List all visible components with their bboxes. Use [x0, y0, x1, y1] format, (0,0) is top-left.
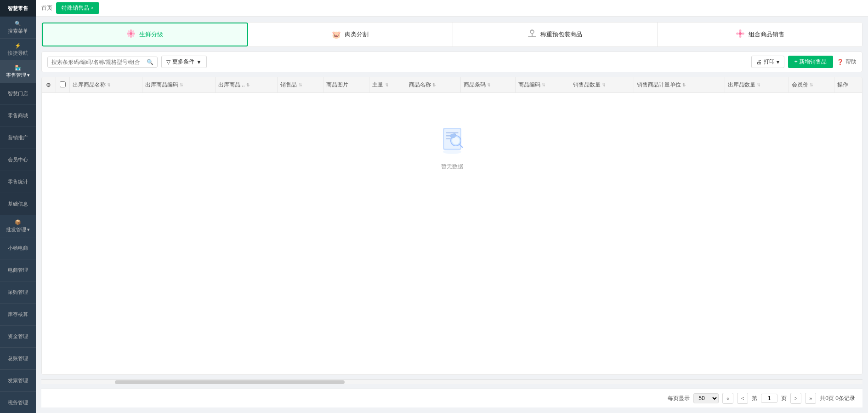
toolbar: 🔍 ▽ 更多条件 ▼ 🖨 打印 ▾ + 新增销售品 ❓ — [41, 52, 862, 72]
total-info: 共0页 0条记录 — [820, 395, 855, 402]
prev-page-button[interactable]: < — [737, 393, 748, 404]
quick-nav-icon: ⚡ — [15, 42, 21, 49]
svg-point-28 — [454, 134, 455, 135]
sidebar-item-label: 资金管理 — [8, 333, 28, 340]
help-icon: ❓ — [837, 59, 844, 65]
filter-label: 更多条件 — [172, 58, 194, 66]
last-page-button[interactable]: » — [805, 393, 816, 404]
select-all-checkbox[interactable] — [60, 81, 66, 87]
sidebar-item-ecom-mgmt[interactable]: 电商管理 — [0, 259, 36, 281]
th-weight[interactable]: 主量 ⇅ — [369, 77, 406, 93]
filter-arrow-icon: ▼ — [196, 59, 202, 65]
retail-submenu: 智慧门店 零售商城 营销推广 会员中心 零售统计 基础信息 — [0, 83, 36, 215]
sidebar-item-label: 电商管理 — [8, 267, 28, 274]
th-product-code[interactable]: 商品编码 ⇅ — [515, 77, 570, 93]
sidebar-item-finance[interactable]: 资金管理 — [0, 326, 36, 348]
search-menu-icon: 🔍 — [15, 20, 21, 27]
sort-icon: ⇅ — [810, 83, 813, 87]
empty-state-row: 暂无数据 — [42, 93, 862, 199]
new-label: + 新增销售品 — [794, 58, 827, 66]
empty-state-text: 暂无数据 — [441, 163, 463, 171]
topbar-tab-close[interactable]: × — [91, 6, 94, 11]
th-out-product-code[interactable]: 出库商品编码 ⇅ — [142, 77, 216, 93]
sidebar-item-retail-mgmt[interactable]: 🏪 零售管理 ▾ — [0, 61, 36, 83]
sort-icon: ⇅ — [180, 83, 183, 87]
subtab-combo-sales[interactable]: 组合商品销售 — [658, 23, 862, 46]
filter-button[interactable]: ▽ 更多条件 ▼ — [161, 56, 207, 68]
wholesale-mgmt-icon: 📦 — [15, 219, 21, 226]
topbar-active-tab[interactable]: 特殊销售品 × — [56, 2, 99, 14]
search-box[interactable]: 🔍 — [47, 57, 158, 68]
sort-icon: ⇅ — [385, 83, 389, 87]
th-out-qty[interactable]: 出库品数量 ⇅ — [725, 77, 789, 93]
sidebar-item-quick-nav[interactable]: ⚡ 快捷导航 — [0, 39, 36, 61]
sort-icon: ⇅ — [757, 83, 760, 87]
topbar: 首页 特殊销售品 × — [36, 0, 868, 17]
th-sales-qty[interactable]: 销售品数量 ⇅ — [570, 77, 634, 93]
svg-point-1 — [130, 29, 132, 32]
page-number-input[interactable] — [761, 394, 777, 403]
per-page-select[interactable]: 50 10 20 100 — [693, 393, 719, 403]
subtab-meat-cut[interactable]: 🐷 肉类分割 — [248, 23, 453, 46]
sidebar-item-tax-mgmt[interactable]: 税务管理 — [0, 392, 36, 413]
print-label: 打印 — [764, 58, 775, 66]
th-out-product-name[interactable]: 出库商品名称 ⇅ — [69, 77, 142, 93]
first-page-button[interactable]: « — [722, 393, 733, 404]
subtab-bar: 生鲜分级 🐷 肉类分割 称重预包装商品 — [41, 22, 862, 47]
sidebar-item-purchase-mgmt[interactable]: 采购管理 — [0, 281, 36, 304]
th-out-product-x[interactable]: 出库商品... ⇅ — [215, 77, 278, 93]
new-button[interactable]: + 新增销售品 — [788, 56, 833, 68]
svg-point-17 — [443, 149, 461, 154]
svg-rect-20 — [446, 132, 458, 133]
topbar-tab-label: 特殊销售品 — [62, 4, 89, 12]
sidebar-item-invoice-mgmt[interactable]: 发票管理 — [0, 370, 36, 392]
sort-icon: ⇅ — [107, 83, 111, 87]
pagination: 每页显示 50 10 20 100 « < 第 页 > » 共0页 0条记录 — [41, 389, 862, 407]
th-sales-item[interactable]: 销售品 ⇅ — [278, 77, 323, 93]
sidebar-item-sales-promo[interactable]: 营销推广 — [0, 127, 36, 149]
sidebar-item-label: 搜索菜单 — [8, 28, 28, 34]
th-gear[interactable]: ⚙ — [42, 77, 56, 93]
sidebar-item-retail-stats[interactable]: 零售统计 — [0, 171, 36, 193]
sidebar-item-wholesale-mgmt[interactable]: 📦 批发管理 ▾ — [0, 215, 36, 237]
th-product-name[interactable]: 商品名称 ⇅ — [406, 77, 460, 93]
sidebar-item-inventory[interactable]: 库存核算 — [0, 304, 36, 326]
sidebar-item-label: 营销推广 — [8, 134, 28, 141]
scrollbar-thumb[interactable] — [115, 380, 345, 384]
sidebar-item-label: 零售统计 — [8, 178, 28, 185]
sidebar-item-member-center[interactable]: 会员中心 — [0, 149, 36, 171]
subtab-fresh-grade[interactable]: 生鲜分级 — [42, 23, 248, 46]
sidebar-item-basic-info[interactable]: 基础信息 — [0, 193, 36, 215]
svg-rect-10 — [532, 34, 533, 36]
sort-icon: ⇅ — [542, 83, 545, 87]
th-sales-unit[interactable]: 销售商品计量单位 ⇅ — [634, 77, 725, 93]
table-body: 暂无数据 — [42, 93, 862, 199]
sidebar-item-retail-mall[interactable]: 零售商城 — [0, 105, 36, 127]
sort-icon: ⇅ — [682, 83, 686, 87]
sidebar-item-label: 基础信息 — [8, 201, 28, 207]
subtab-weigh-pack[interactable]: 称重预包装商品 — [453, 23, 658, 46]
th-barcode[interactable]: 商品条码 ⇅ — [460, 77, 515, 93]
print-arrow-icon: ▾ — [777, 59, 779, 65]
empty-state: 暂无数据 — [42, 93, 862, 198]
th-product-image[interactable]: 商品图片 — [323, 77, 369, 93]
empty-state-icon — [434, 120, 471, 157]
sidebar-item-smart-store[interactable]: 智慧门店 — [0, 83, 36, 105]
horizontal-scrollbar[interactable] — [41, 379, 862, 384]
print-button[interactable]: 🖨 打印 ▾ — [751, 56, 784, 68]
sidebar-item-search-menu[interactable]: 🔍 搜索菜单 — [0, 17, 36, 39]
weigh-pack-icon — [528, 29, 537, 40]
meat-cut-icon: 🐷 — [332, 30, 341, 39]
svg-point-16 — [742, 33, 744, 35]
print-icon: 🖨 — [756, 59, 762, 65]
sidebar-item-ledger[interactable]: 总账管理 — [0, 348, 36, 370]
next-page-button[interactable]: > — [790, 393, 801, 404]
th-checkbox[interactable] — [56, 77, 69, 93]
search-input[interactable] — [51, 59, 145, 65]
svg-point-14 — [739, 35, 741, 38]
topbar-home[interactable]: 首页 — [41, 4, 52, 12]
th-member-price[interactable]: 会员价 ⇅ — [789, 77, 834, 93]
sidebar-item-mini-ecom[interactable]: 小畅电商 — [0, 237, 36, 259]
per-page-label: 每页显示 — [668, 395, 690, 402]
help-button[interactable]: ❓ 帮助 — [837, 58, 857, 66]
